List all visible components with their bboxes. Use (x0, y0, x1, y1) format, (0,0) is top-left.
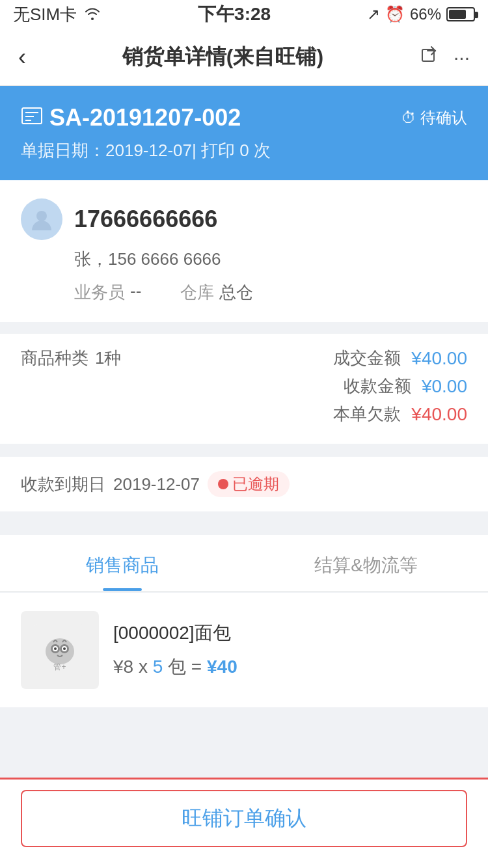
order-meta: 单据日期：2019-12-07| 打印 0 次 (21, 139, 467, 162)
confirm-order-button[interactable]: 旺铺订单确认 (21, 790, 467, 847)
svg-point-6 (36, 211, 47, 221)
order-header: SA-20191207-002 ⏱ 待确认 单据日期：2019-12-07| 打… (0, 86, 488, 180)
divider-3 (0, 511, 488, 523)
product-item: 管+ [0000002]面包 ¥8 x 5 包 = ¥40 (0, 593, 488, 707)
salesperson-value: -- (130, 281, 141, 304)
customer-extra: 业务员 -- 仓库 总仓 (74, 281, 467, 304)
status-bar: 无SIM卡 下午3:28 ↗ ⏰ 66% (0, 0, 488, 29)
due-section: 收款到期日 2019-12-07 已逾期 (0, 457, 488, 511)
status-time: 下午3:28 (198, 2, 271, 27)
alarm-icon: ⏰ (385, 5, 405, 23)
salesperson-label: 业务员 (74, 281, 125, 304)
nav-actions: ··· (420, 44, 470, 70)
warehouse-value: 总仓 (219, 281, 253, 304)
tab-sales[interactable]: 销售商品 (0, 535, 244, 591)
tabs: 销售商品 结算&物流等 (0, 535, 488, 591)
bottom-bar: 旺铺订单确认 (0, 778, 488, 868)
product-qty: 5 (153, 657, 163, 677)
summary-section: 商品种类 1种 成交金额 ¥40.00 收款金额 ¥0.00 本单欠款 ¥40.… (0, 334, 488, 444)
product-price: ¥8 x 5 包 = ¥40 (113, 655, 467, 679)
more-button[interactable]: ··· (454, 46, 470, 68)
customer-name: 张，156 6666 6666 (74, 248, 467, 271)
due-date-value: 2019-12-07 (113, 474, 200, 495)
overdue-badge: 已逾期 (208, 471, 290, 497)
product-types: 商品种类 1种 (21, 347, 121, 370)
product-info: [0000002]面包 ¥8 x 5 包 = ¥40 (113, 621, 467, 679)
back-button[interactable]: ‹ (18, 44, 26, 71)
amounts: 成交金额 ¥40.00 收款金额 ¥0.00 本单欠款 ¥40.00 (333, 347, 467, 426)
order-id: SA-20191207-002 (21, 104, 241, 131)
page-title: 销货单详情(来自旺铺) (122, 43, 323, 72)
product-name: [0000002]面包 (113, 621, 467, 645)
svg-point-13 (54, 647, 57, 650)
amount-label: 成交金额 (333, 347, 401, 370)
order-status: ⏱ 待确认 (401, 107, 467, 128)
tabs-section: 销售商品 结算&物流等 (0, 535, 488, 591)
due-label: 本单欠款 (333, 403, 401, 426)
product-section: 管+ [0000002]面包 ¥8 x 5 包 = ¥40 (0, 593, 488, 707)
wifi-icon (83, 5, 102, 25)
due-date-label: 收款到期日 (21, 473, 105, 496)
status-right: ↗ ⏰ 66% (367, 5, 475, 23)
due-value: ¥40.00 (411, 404, 467, 425)
received-label: 收款金额 (344, 375, 411, 398)
received-value: ¥0.00 (422, 376, 467, 397)
overdue-text: 已逾期 (232, 474, 279, 495)
svg-point-8 (46, 638, 74, 664)
product-thumbnail: 管+ (21, 611, 99, 689)
share-button[interactable] (420, 44, 441, 70)
network-label: 无SIM卡 (13, 3, 77, 26)
customer-phone: 17666666666 (74, 206, 217, 233)
divider-2 (0, 444, 488, 455)
status-left: 无SIM卡 (13, 3, 102, 26)
warehouse-label: 仓库 (180, 281, 214, 304)
order-icon (21, 107, 43, 129)
battery-label: 66% (410, 5, 441, 23)
nav-bar: ‹ 销货单详情(来自旺铺) ··· (0, 29, 488, 86)
divider-1 (0, 322, 488, 334)
location-icon: ↗ (367, 5, 380, 23)
customer-avatar (21, 198, 62, 240)
svg-point-14 (63, 647, 66, 650)
overdue-icon (218, 479, 228, 489)
svg-text:管+: 管+ (53, 662, 66, 671)
tab-settlement[interactable]: 结算&物流等 (244, 535, 488, 591)
product-total: ¥40 (207, 657, 237, 677)
customer-section: 17666666666 张，156 6666 6666 业务员 -- 仓库 总仓 (0, 180, 488, 322)
battery-icon (446, 7, 475, 21)
clock-icon: ⏱ (401, 109, 416, 127)
amount-value: ¥40.00 (411, 348, 467, 369)
